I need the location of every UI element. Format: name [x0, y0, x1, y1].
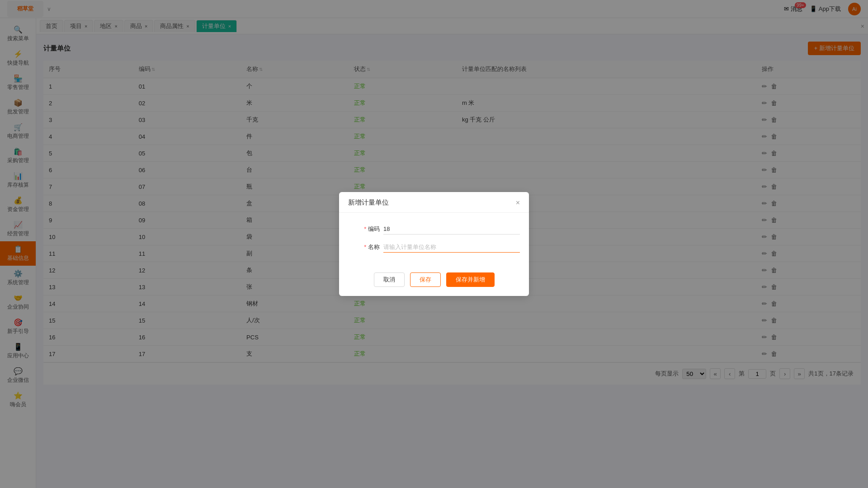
- name-input[interactable]: [383, 242, 520, 253]
- modal-title: 新增计量单位: [348, 198, 389, 207]
- modal-body: * 编码 * 名称: [339, 213, 529, 267]
- cancel-button[interactable]: 取消: [374, 272, 405, 287]
- save-and-add-button[interactable]: 保存并新增: [446, 272, 495, 287]
- modal-overlay[interactable]: 新增计量单位 × * 编码 * 名称 取消 保存 保存并新增: [0, 0, 868, 488]
- name-label: * 名称: [348, 243, 380, 251]
- form-code-row: * 编码: [348, 224, 520, 235]
- add-unit-modal: 新增计量单位 × * 编码 * 名称 取消 保存 保存并新增: [339, 192, 529, 296]
- modal-close-button[interactable]: ×: [516, 199, 520, 206]
- save-button[interactable]: 保存: [410, 272, 441, 287]
- name-required-star: *: [364, 244, 368, 250]
- modal-header: 新增计量单位 ×: [339, 192, 529, 213]
- form-name-row: * 名称: [348, 242, 520, 253]
- code-label: * 编码: [348, 225, 380, 233]
- code-input[interactable]: [383, 224, 520, 235]
- code-required-star: *: [364, 225, 368, 232]
- modal-footer: 取消 保存 保存并新增: [339, 267, 529, 296]
